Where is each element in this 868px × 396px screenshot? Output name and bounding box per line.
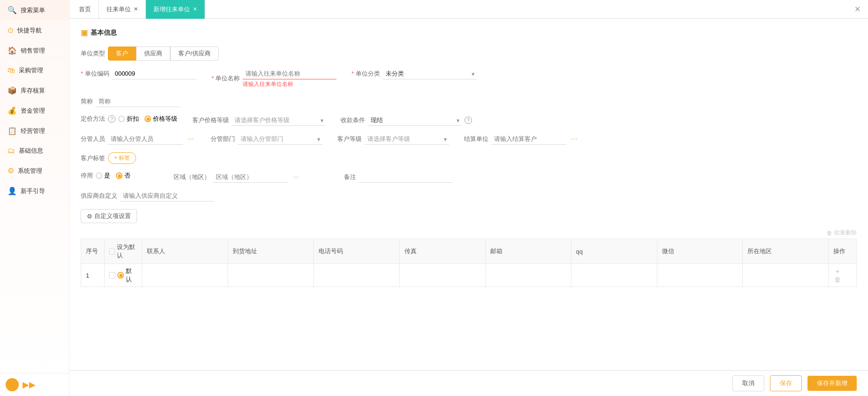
radio-price-level-circle xyxy=(145,116,151,122)
select-all-checkbox[interactable] xyxy=(109,248,115,255)
row-default-radio[interactable]: 默认 xyxy=(117,267,137,284)
type-btn-customer[interactable]: 客户 xyxy=(108,47,136,61)
supplier-custom-input[interactable] xyxy=(120,190,214,202)
qq-input[interactable] xyxy=(576,272,652,279)
unit-category-select[interactable]: 未分类 xyxy=(383,68,477,79)
phone-input[interactable] xyxy=(319,272,395,279)
settlement-unit-input[interactable] xyxy=(491,133,566,145)
payment-terms-label: 收款条件 xyxy=(341,116,365,124)
row-default-radio-circle xyxy=(117,272,123,279)
batch-delete-label[interactable]: 批量删除 xyxy=(834,229,857,237)
sidebar-item-sales[interactable]: 🏠 销售管理 xyxy=(0,40,69,61)
payment-terms-field: 收款条件 现结 ? xyxy=(341,115,472,126)
tab-counterpart-close[interactable]: ✕ xyxy=(134,6,138,12)
cancel-button[interactable]: 取消 xyxy=(732,375,764,391)
tab-new-counterpart[interactable]: 新增往来单位 ✕ xyxy=(146,0,205,19)
cell-address[interactable] xyxy=(228,264,313,287)
sidebar-item-operations[interactable]: 📋 经营管理 xyxy=(0,121,69,141)
form-content: ▣ 基本信息 单位类型 客户 供应商 客户/供应商 单位编码 单位名称 xyxy=(69,19,868,370)
save-button[interactable]: 保存 xyxy=(770,375,802,391)
newbie-icon: 👤 xyxy=(8,186,17,195)
sidebar-item-finance[interactable]: 💰 资金管理 xyxy=(0,101,69,121)
tabbar: 首页 往来单位 ✕ 新增往来单位 ✕ ✕ xyxy=(69,0,868,19)
sidebar-item-search[interactable]: 🔍 搜索菜单 xyxy=(0,0,69,20)
custom-settings-button[interactable]: ⚙ 自定义项设置 xyxy=(81,209,137,223)
short-name-label: 简称 xyxy=(81,97,93,106)
sidebar-expand-icon[interactable]: ▶▶ xyxy=(23,380,36,390)
sidebar-item-newbie[interactable]: 👤 新手引导 xyxy=(0,181,69,201)
wechat-input[interactable] xyxy=(662,272,738,279)
add-tag-button[interactable]: + 标签 xyxy=(108,152,136,164)
radio-no[interactable]: 否 xyxy=(116,171,130,180)
cell-region[interactable] xyxy=(743,264,829,287)
sidebar-item-quick-nav[interactable]: ⊙ 快捷导航 xyxy=(0,20,69,40)
unit-type-label: 单位类型 xyxy=(81,49,105,58)
cell-fax[interactable] xyxy=(399,264,485,287)
payment-terms-select[interactable]: 现结 xyxy=(368,115,462,126)
main-content: 首页 往来单位 ✕ 新增往来单位 ✕ ✕ ▣ 基本信息 单位类型 客户 供应商 … xyxy=(69,0,868,396)
department-select[interactable]: 请输入分管部门 xyxy=(238,133,322,145)
radio-price-level[interactable]: 价格等级 xyxy=(145,115,177,123)
region-label: 区域（地区） xyxy=(174,173,210,181)
fax-input[interactable] xyxy=(404,272,480,279)
type-btn-supplier[interactable]: 供应商 xyxy=(136,47,170,61)
region-input[interactable] xyxy=(213,171,288,183)
supplier-custom-field: 供应商自定义 xyxy=(81,190,214,202)
save-new-button[interactable]: 保存并新增 xyxy=(807,376,857,391)
radio-discount[interactable]: 折扣 xyxy=(118,115,139,123)
short-name-input[interactable] xyxy=(96,96,180,107)
sidebar-item-system[interactable]: ⚙ 系统管理 xyxy=(0,161,69,181)
cell-contact[interactable] xyxy=(142,264,228,287)
address-input[interactable] xyxy=(233,272,309,279)
settlement-dots[interactable]: ··· xyxy=(569,135,579,143)
payment-terms-help[interactable]: ? xyxy=(464,116,472,124)
customer-tag-row: 客户标签 + 标签 xyxy=(81,152,857,164)
col-default: 设为默认 xyxy=(105,239,142,264)
tabbar-close-all[interactable]: ✕ xyxy=(849,5,866,14)
row-add-icon[interactable]: ＋ xyxy=(833,267,842,275)
short-name-field: 简称 xyxy=(81,96,180,107)
sidebar-item-inventory[interactable]: 📦 库存核算 xyxy=(0,80,69,101)
remarks-field: 备注 xyxy=(344,171,453,183)
row-checkbox[interactable] xyxy=(109,272,115,279)
nav-icon: ⊙ xyxy=(8,26,14,35)
radio-yes[interactable]: 是 xyxy=(96,171,110,180)
disabled-field: 停用 是 否 xyxy=(81,171,130,180)
cell-wechat[interactable] xyxy=(657,264,743,287)
contact-input[interactable] xyxy=(147,272,223,279)
table-header-row: 序号 设为默认 联系人 到货地址 电话号码 传真 邮箱 qq 微信 所在地区 xyxy=(81,239,857,264)
unit-code-input[interactable] xyxy=(112,68,197,79)
unit-code-label: 单位编码 xyxy=(81,70,109,78)
row-delete-icon[interactable]: 🗑 xyxy=(833,276,842,283)
col-wechat: 微信 xyxy=(657,239,743,264)
col-address: 到货地址 xyxy=(228,239,313,264)
sidebar-item-basic-info[interactable]: 🗂 基础信息 xyxy=(0,141,69,161)
email-input[interactable] xyxy=(490,272,566,279)
tab-counterpart[interactable]: 往来单位 ✕ xyxy=(99,0,146,19)
customer-price-level-select[interactable]: 请选择客户价格等级 xyxy=(232,115,326,126)
unit-code-field: 单位编码 xyxy=(81,68,197,79)
code-name-category-row: 单位编码 单位名称 请输入往来单位名称 单位分类 未分类 xyxy=(81,68,857,88)
contact-table: 序号 设为默认 联系人 到货地址 电话号码 传真 邮箱 qq 微信 所在地区 xyxy=(81,239,857,287)
customer-level-select[interactable]: 请选择客户等级 xyxy=(365,133,449,145)
cell-qq[interactable] xyxy=(571,264,657,287)
cell-email[interactable] xyxy=(485,264,571,287)
tab-new-counterpart-close[interactable]: ✕ xyxy=(193,6,197,12)
unit-name-input[interactable] xyxy=(243,68,336,79)
manager-input[interactable] xyxy=(108,133,183,145)
row-region-input[interactable] xyxy=(747,272,823,279)
customer-price-level-field: 客户价格等级 请选择客户价格等级 xyxy=(192,115,326,126)
region-dots[interactable]: ··· xyxy=(291,173,301,181)
department-label: 分管部门 xyxy=(211,135,235,143)
pricing-help-icon[interactable]: ? xyxy=(108,115,115,123)
customer-price-level-label: 客户价格等级 xyxy=(192,116,229,124)
tab-home[interactable]: 首页 xyxy=(71,0,99,19)
pricing-method-label: 定价方法 xyxy=(81,115,105,123)
sidebar-item-purchase[interactable]: 🛍 采购管理 xyxy=(0,61,69,80)
col-action: 操作 xyxy=(829,239,857,264)
remarks-input[interactable] xyxy=(359,171,453,183)
manager-dots[interactable]: ··· xyxy=(186,135,196,143)
operations-icon: 📋 xyxy=(8,126,17,135)
cell-phone[interactable] xyxy=(313,264,399,287)
type-btn-both[interactable]: 客户/供应商 xyxy=(170,47,219,61)
